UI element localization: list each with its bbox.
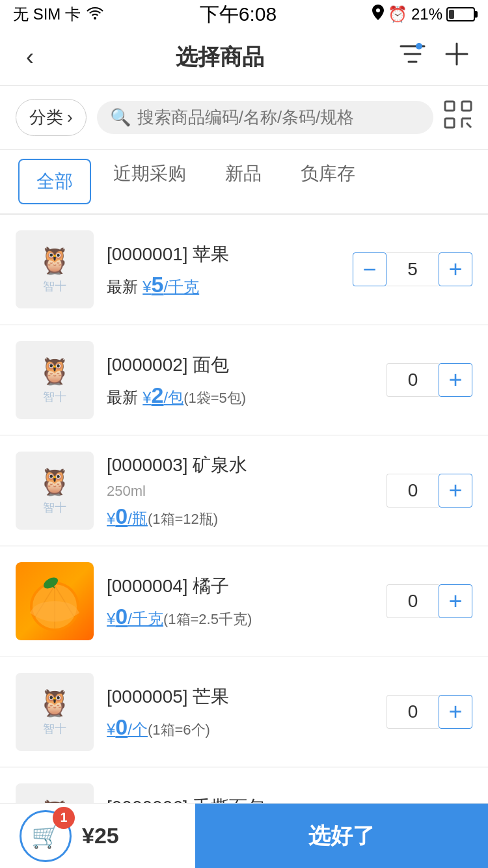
owl-icon: 🦉	[38, 356, 71, 387]
cart-button[interactable]: 🛒 1	[20, 810, 72, 862]
product-name: [0000003] 矿泉水	[107, 453, 386, 478]
nav-actions	[400, 42, 468, 72]
product-price: ¥0/千克(1箱=2.5千克)	[107, 604, 386, 629]
battery-icon	[446, 7, 475, 21]
qty-control: +	[386, 584, 472, 618]
cart-total: ¥25	[82, 823, 119, 848]
qty-control: +	[386, 695, 472, 729]
product-price: ¥0/瓶(1箱=12瓶)	[107, 504, 386, 529]
qty-input[interactable]	[386, 584, 439, 618]
bottom-bar: 🛒 1 ¥25 选好了	[0, 803, 488, 868]
owl-icon: 🦉	[38, 688, 71, 718]
page-title: 选择商品	[176, 42, 264, 72]
increase-button[interactable]: +	[439, 363, 472, 397]
list-item: 🦉 智十 [0000005] 芒果 ¥0/个(1箱=6个) +	[0, 657, 488, 766]
tab-bar: 全部 近期采购 新品 负库存	[0, 150, 488, 215]
qty-input[interactable]	[386, 252, 439, 286]
qty-control: +	[386, 363, 472, 397]
product-price: 最新 ¥2/包(1袋=5包)	[107, 383, 386, 408]
qty-control: +	[386, 474, 472, 508]
cart-area: 🛒 1 ¥25	[0, 810, 195, 862]
qty-control: − +	[353, 252, 472, 286]
alarm-icon: ⏰	[388, 5, 407, 23]
confirm-button[interactable]: 选好了	[195, 804, 488, 869]
qty-input[interactable]	[386, 474, 439, 508]
filter-bar: 分类 › 🔍	[0, 86, 488, 150]
tab-recent[interactable]: 近期采购	[94, 150, 206, 213]
wifi-icon	[86, 5, 104, 23]
orange-image	[16, 562, 94, 640]
product-name: [0000004] 橘子	[107, 574, 386, 599]
qty-input[interactable]	[386, 363, 439, 397]
scan-icon[interactable]	[444, 100, 472, 135]
search-input[interactable]	[137, 107, 420, 128]
decrease-button[interactable]: −	[353, 252, 386, 286]
product-info: [0000004] 橘子 ¥0/千克(1箱=2.5千克)	[107, 574, 386, 629]
product-spec: 250ml	[107, 483, 386, 500]
product-thumb	[16, 562, 94, 640]
svg-rect-6	[445, 102, 454, 111]
product-thumb: 🦉 智十	[16, 230, 94, 308]
svg-rect-8	[445, 118, 454, 128]
search-icon: 🔍	[110, 107, 131, 128]
cart-badge: 1	[53, 807, 75, 829]
owl-icon: 🦉	[38, 467, 71, 497]
list-item: 🦉 智十 [0000001] 苹果 最新 ¥5/千克 − +	[0, 215, 488, 324]
list-item: 🦉 智十 [0000003] 矿泉水 250ml ¥0/瓶(1箱=12瓶) +	[0, 436, 488, 545]
battery-percentage: 21%	[411, 5, 442, 23]
status-info: ⏰ 21%	[372, 5, 475, 24]
qty-input[interactable]	[386, 695, 439, 729]
category-button[interactable]: 分类 ›	[16, 99, 87, 136]
list-item: [0000004] 橘子 ¥0/千克(1箱=2.5千克) +	[0, 547, 488, 656]
status-bar: 无 SIM 卡 下午6:08 ⏰ 21%	[0, 0, 488, 29]
category-label: 分类	[29, 106, 63, 129]
product-name: [0000005] 芒果	[107, 685, 386, 709]
filter-icon[interactable]	[400, 42, 426, 72]
product-price: ¥0/个(1箱=6个)	[107, 714, 386, 740]
tab-new[interactable]: 新品	[206, 150, 281, 213]
svg-point-3	[416, 43, 422, 49]
product-name: [0000001] 苹果	[107, 242, 353, 267]
increase-button[interactable]: +	[439, 474, 472, 508]
back-button[interactable]: ‹	[20, 37, 40, 77]
increase-button[interactable]: +	[439, 252, 472, 286]
product-info: [0000001] 苹果 最新 ¥5/千克	[107, 242, 353, 297]
product-list: 🦉 智十 [0000001] 苹果 最新 ¥5/千克 − + 🦉 智十	[0, 215, 488, 868]
status-carrier: 无 SIM 卡	[13, 4, 104, 25]
cart-icon: 🛒	[31, 822, 61, 850]
increase-button[interactable]: +	[439, 695, 472, 729]
product-thumb: 🦉 智十	[16, 452, 94, 530]
svg-line-11	[467, 123, 471, 128]
product-price: 最新 ¥5/千克	[107, 272, 353, 297]
location-icon	[372, 5, 384, 24]
product-info: [0000005] 芒果 ¥0/个(1箱=6个)	[107, 685, 386, 740]
tab-all[interactable]: 全部	[18, 159, 91, 204]
category-arrow: ›	[67, 107, 73, 128]
add-icon[interactable]	[445, 42, 468, 72]
svg-rect-7	[462, 102, 471, 111]
list-item: 🦉 智十 [0000002] 面包 最新 ¥2/包(1袋=5包) +	[0, 325, 488, 435]
nav-bar: ‹ 选择商品	[0, 29, 488, 86]
status-time: 下午6:08	[200, 1, 277, 28]
carrier-text: 无 SIM 卡	[13, 4, 81, 25]
product-info: [0000002] 面包 最新 ¥2/包(1袋=5包)	[107, 353, 386, 408]
product-name: [0000002] 面包	[107, 353, 386, 377]
product-thumb: 🦉 智十	[16, 341, 94, 419]
tab-negative[interactable]: 负库存	[281, 150, 375, 213]
product-thumb: 🦉 智十	[16, 673, 94, 751]
increase-button[interactable]: +	[439, 584, 472, 618]
product-info: [0000003] 矿泉水 250ml ¥0/瓶(1箱=12瓶)	[107, 453, 386, 529]
owl-icon: 🦉	[38, 245, 71, 276]
search-box: 🔍	[97, 101, 433, 134]
